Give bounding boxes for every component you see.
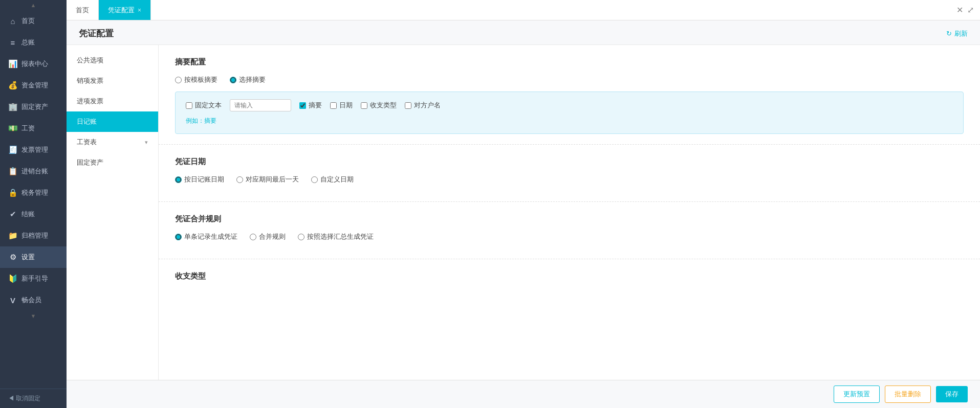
- window-close-icon[interactable]: ✕: [956, 5, 963, 15]
- nav-item-payroll-table[interactable]: 工资表 ▾: [67, 132, 158, 152]
- check-date[interactable]: [330, 102, 337, 109]
- sidebar-unpin-button[interactable]: ◀ 取消固定: [0, 389, 67, 408]
- sidebar-item-fund[interactable]: 💰 资金管理: [0, 75, 67, 96]
- sidebar-item-sales-ledger[interactable]: 📋 进销台账: [0, 161, 67, 182]
- sidebar-scroll-down[interactable]: ▼: [0, 311, 67, 321]
- ledger-icon: ≡: [8, 38, 17, 47]
- summary-checkboxes-row: 固定文本 摘要 日期 收支类型: [186, 99, 953, 111]
- sidebar-item-tax[interactable]: 🔒 税务管理: [0, 182, 67, 203]
- income-type-title: 收支类型: [175, 271, 964, 281]
- nav-item-public[interactable]: 公共选项: [67, 50, 158, 71]
- fund-icon: 💰: [8, 81, 17, 90]
- check-fixed-text-label[interactable]: 固定文本: [186, 101, 222, 110]
- voucher-date-section: 凭证日期 按日记账日期 对应期间最后一天 自定义日期: [159, 145, 980, 202]
- summary-section-title: 摘要配置: [175, 57, 964, 67]
- home-icon: ⌂: [8, 17, 17, 26]
- tab-voucher-config[interactable]: 凭证配置 ×: [99, 0, 151, 20]
- settlement-icon: ✔: [8, 210, 17, 219]
- nav-item-sales-invoice[interactable]: 销项发票: [67, 71, 158, 91]
- left-nav: 公共选项 销项发票 进项发票 日记账 工资表 ▾ 固定资产: [67, 45, 159, 380]
- batch-delete-button[interactable]: 批量删除: [885, 386, 931, 403]
- radio-select-label[interactable]: 选择摘要: [230, 75, 266, 84]
- check-income-type-label[interactable]: 收支类型: [361, 101, 397, 110]
- vip-icon: V: [8, 296, 17, 305]
- radio-single[interactable]: [175, 234, 182, 240]
- sales-ledger-icon: 📋: [8, 167, 17, 176]
- main-area: 首页 凭证配置 × ✕ ⤢ 凭证配置 ↻ 刷新 公共选项 销项发票: [67, 0, 980, 408]
- sidebar-item-vip[interactable]: V 畅会员: [0, 289, 67, 311]
- sidebar-item-payroll[interactable]: 💵 工资: [0, 118, 67, 139]
- expand-icon: ▾: [145, 139, 148, 146]
- voucher-date-row: 按日记账日期 对应期间最后一天 自定义日期: [175, 175, 964, 184]
- check-fixed-text[interactable]: [186, 102, 192, 109]
- tab-list: 首页 凭证配置 ×: [67, 0, 151, 20]
- window-resize-icon[interactable]: ⤢: [967, 5, 974, 15]
- right-content: 摘要配置 按模板摘要 选择摘要 固定文本: [159, 45, 980, 380]
- check-summary[interactable]: [299, 102, 306, 109]
- save-button[interactable]: 保存: [936, 386, 968, 402]
- radio-aggregate[interactable]: [298, 234, 304, 240]
- merge-rule-row: 单条记录生成凭证 合并规则 按照选择汇总生成凭证: [175, 232, 964, 241]
- bottom-action-bar: 更新预置 批量删除 保存: [67, 380, 980, 408]
- nav-item-fixed-asset[interactable]: 固定资产: [67, 152, 158, 173]
- radio-aggregate-label[interactable]: 按照选择汇总生成凭证: [298, 232, 374, 241]
- settings-icon: ⚙: [8, 253, 17, 262]
- sidebar-item-invoice-mgmt[interactable]: 🧾 发票管理: [0, 139, 67, 161]
- invoice-mgmt-icon: 🧾: [8, 145, 17, 154]
- nav-item-purchase-invoice[interactable]: 进项发票: [67, 91, 158, 111]
- income-type-section: 收支类型: [159, 259, 980, 300]
- voucher-date-title: 凭证日期: [175, 157, 964, 167]
- summary-mode-row: 按模板摘要 选择摘要: [175, 75, 964, 84]
- sidebar-item-guide[interactable]: 🔰 新手引导: [0, 268, 67, 289]
- radio-journal-date[interactable]: [175, 176, 182, 183]
- sidebar: ▲ ⌂ 首页 ≡ 总账 📊 报表中心 💰 资金管理 🏢 固定资产 💵 工资 🧾 …: [0, 0, 67, 408]
- sidebar-scroll-up[interactable]: ▲: [0, 0, 67, 10]
- sidebar-item-report[interactable]: 📊 报表中心: [0, 53, 67, 75]
- tab-bar: 首页 凭证配置 × ✕ ⤢: [67, 0, 980, 20]
- sidebar-item-home[interactable]: ⌂ 首页: [0, 10, 67, 32]
- refresh-icon: ↻: [946, 30, 952, 37]
- check-date-label[interactable]: 日期: [330, 101, 353, 110]
- check-counterpart-label[interactable]: 对方户名: [405, 101, 441, 110]
- sidebar-item-asset[interactable]: 🏢 固定资产: [0, 96, 67, 118]
- report-icon: 📊: [8, 59, 17, 69]
- merge-rule-section: 凭证合并规则 单条记录生成凭证 合并规则 按照选择汇总生成凭证: [159, 202, 980, 259]
- radio-custom-date-label[interactable]: 自定义日期: [311, 175, 354, 184]
- radio-last-day-label[interactable]: 对应期间最后一天: [236, 175, 299, 184]
- radio-last-day[interactable]: [236, 176, 243, 183]
- summary-config-section: 摘要配置 按模板摘要 选择摘要 固定文本: [159, 45, 980, 145]
- sidebar-item-ledger[interactable]: ≡ 总账: [0, 32, 67, 53]
- check-summary-label[interactable]: 摘要: [299, 101, 322, 110]
- archive-icon: 📁: [8, 231, 17, 240]
- page-title: 凭证配置: [79, 28, 114, 39]
- sidebar-item-archive[interactable]: 📁 归档管理: [0, 225, 67, 246]
- sidebar-item-settlement[interactable]: ✔ 结账: [0, 203, 67, 225]
- radio-custom-date[interactable]: [311, 176, 318, 183]
- radio-merge-label[interactable]: 合并规则: [250, 232, 286, 241]
- content-body: 公共选项 销项发票 进项发票 日记账 工资表 ▾ 固定资产 摘要配置: [67, 45, 980, 380]
- tab-home[interactable]: 首页: [67, 0, 99, 20]
- content-header: 凭证配置 ↻ 刷新: [67, 20, 980, 45]
- check-counterpart[interactable]: [405, 102, 411, 109]
- guide-icon: 🔰: [8, 274, 17, 283]
- tab-close-button[interactable]: ×: [138, 7, 141, 14]
- nav-item-journal[interactable]: 日记账: [67, 111, 158, 132]
- check-income-type[interactable]: [361, 102, 367, 109]
- radio-template-label[interactable]: 按模板摘要: [175, 75, 217, 84]
- radio-merge[interactable]: [250, 234, 256, 240]
- fixed-text-input[interactable]: [230, 99, 291, 111]
- summary-example: 例如：摘要: [186, 117, 953, 125]
- radio-single-label[interactable]: 单条记录生成凭证: [175, 232, 237, 241]
- asset-icon: 🏢: [8, 102, 17, 111]
- tab-bar-right: ✕ ⤢: [956, 5, 980, 15]
- radio-template[interactable]: [175, 77, 182, 83]
- radio-journal-date-label[interactable]: 按日记账日期: [175, 175, 224, 184]
- sidebar-item-settings[interactable]: ⚙ 设置: [0, 246, 67, 268]
- payroll-icon: 💵: [8, 124, 17, 133]
- radio-select[interactable]: [230, 77, 236, 83]
- merge-rule-title: 凭证合并规则: [175, 214, 964, 224]
- refresh-button[interactable]: ↻ 刷新: [946, 29, 968, 38]
- tax-icon: 🔒: [8, 188, 17, 197]
- summary-options-box: 固定文本 摘要 日期 收支类型: [175, 92, 964, 134]
- update-preview-button[interactable]: 更新预置: [834, 386, 880, 403]
